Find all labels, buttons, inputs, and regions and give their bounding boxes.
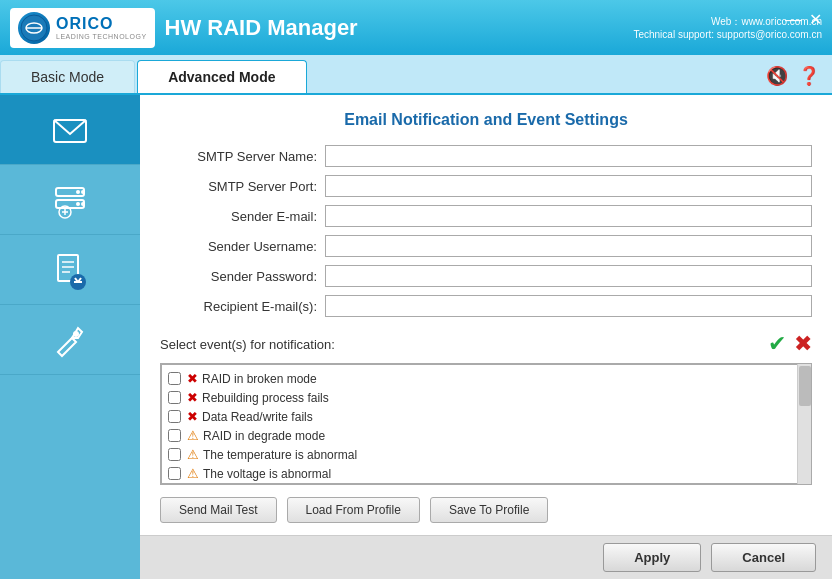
event-label-3: Data Read/write fails: [202, 410, 313, 424]
event-label-1: RAID in broken mode: [202, 372, 317, 386]
list-item: ✖ Data Read/write fails: [168, 407, 792, 426]
form-row-smtp-server-name: SMTP Server Name:: [160, 145, 812, 167]
svg-point-19: [73, 331, 79, 337]
event-checkbox-5[interactable]: [168, 448, 181, 461]
form-row-sender-email: Sender E-mail:: [160, 205, 812, 227]
svg-point-6: [76, 190, 80, 194]
help-icon[interactable]: ❓: [798, 65, 820, 87]
deselect-all-button[interactable]: ✖: [794, 331, 812, 357]
sender-username-input[interactable]: [325, 235, 812, 257]
sidebar-item-report[interactable]: [0, 235, 140, 305]
titlebar-left: ORICO LEADING TECHNOLOGY HW RAID Manager: [10, 8, 358, 48]
close-button[interactable]: ✕: [809, 10, 822, 29]
apply-button[interactable]: Apply: [603, 543, 701, 572]
events-section: Select event(s) for notification: ✔ ✖ ✖ …: [160, 331, 812, 485]
error-icon-2: ✖: [187, 390, 198, 405]
form-row-smtp-server-port: SMTP Server Port:: [160, 175, 812, 197]
svg-point-7: [76, 202, 80, 206]
event-label-6: The voltage is abnormal: [203, 467, 331, 481]
event-checkbox-6[interactable]: [168, 467, 181, 480]
event-label-2: Rebuilding process fails: [202, 391, 329, 405]
scrollbar-thumb: [799, 366, 811, 406]
sidebar-item-raid[interactable]: [0, 165, 140, 235]
sender-password-label: Sender Password:: [160, 269, 325, 284]
tab-basic-mode[interactable]: Basic Mode: [0, 60, 135, 93]
events-scrollbar[interactable]: [797, 364, 811, 484]
support-email: Technical support: supports@orico.com.cn: [633, 29, 822, 40]
svg-point-9: [81, 202, 85, 206]
svg-point-8: [81, 190, 85, 194]
events-actions: ✔ ✖: [768, 331, 812, 357]
form-row-sender-username: Sender Username:: [160, 235, 812, 257]
sender-email-input[interactable]: [325, 205, 812, 227]
recipient-email-input[interactable]: [325, 295, 812, 317]
events-header: Select event(s) for notification: ✔ ✖: [160, 331, 812, 357]
form-row-recipient-email: Recipient E-mail(s):: [160, 295, 812, 317]
sidebar-item-tools[interactable]: [0, 305, 140, 375]
smtp-server-port-input[interactable]: [325, 175, 812, 197]
form-row-sender-password: Sender Password:: [160, 265, 812, 287]
send-mail-test-button[interactable]: Send Mail Test: [160, 497, 277, 523]
warn-icon-4: ⚠: [187, 428, 199, 443]
recipient-email-label: Recipient E-mail(s):: [160, 299, 325, 314]
events-label: Select event(s) for notification:: [160, 337, 335, 352]
logo-text: ORICO LEADING TECHNOLOGY: [56, 15, 147, 40]
tab-icons: 🔇 ❓: [766, 65, 832, 93]
minimize-button[interactable]: —: [785, 10, 801, 29]
list-item: ⚠ RAID in degrade mode: [168, 426, 792, 445]
smtp-server-name-input[interactable]: [325, 145, 812, 167]
main-layout: Email Notification and Event Settings SM…: [0, 95, 832, 579]
list-item: ⚠ The temperature is abnormal: [168, 445, 792, 464]
logo-orico: ORICO: [56, 15, 147, 33]
mute-icon[interactable]: 🔇: [766, 65, 788, 87]
list-item: ⚠ The voltage is abnormal: [168, 464, 792, 483]
error-icon-1: ✖: [187, 371, 198, 386]
email-icon: [50, 110, 90, 150]
list-item: ✖ Rebuilding process fails: [168, 388, 792, 407]
event-checkbox-1[interactable]: [168, 372, 181, 385]
section-title: Email Notification and Event Settings: [160, 111, 812, 129]
load-from-profile-button[interactable]: Load From Profile: [287, 497, 420, 523]
sender-password-input[interactable]: [325, 265, 812, 287]
mode-tabs: Basic Mode Advanced Mode 🔇 ❓: [0, 55, 832, 95]
sidebar-item-email[interactable]: [0, 95, 140, 165]
events-list: ✖ RAID in broken mode ✖ Rebuilding proce…: [161, 364, 811, 484]
action-buttons: Send Mail Test Load From Profile Save To…: [160, 497, 812, 523]
sidebar: [0, 95, 140, 579]
logo-circle: [18, 12, 50, 44]
save-to-profile-button[interactable]: Save To Profile: [430, 497, 549, 523]
event-label-4: RAID in degrade mode: [203, 429, 325, 443]
tools-icon: [50, 320, 90, 360]
win-controls[interactable]: — ✕: [785, 10, 822, 29]
logo-sub: LEADING TECHNOLOGY: [56, 33, 147, 40]
event-checkbox-4[interactable]: [168, 429, 181, 442]
sender-email-label: Sender E-mail:: [160, 209, 325, 224]
event-checkbox-3[interactable]: [168, 410, 181, 423]
logo-box: ORICO LEADING TECHNOLOGY: [10, 8, 155, 48]
list-item: ✖ RAID in broken mode: [168, 369, 792, 388]
smtp-server-port-label: SMTP Server Port:: [160, 179, 325, 194]
list-item: ⚠ The fan speed is abnormal: [168, 483, 792, 484]
cancel-button[interactable]: Cancel: [711, 543, 816, 572]
content-area: Email Notification and Event Settings SM…: [140, 95, 832, 579]
warn-icon-6: ⚠: [187, 466, 199, 481]
footer: Apply Cancel: [140, 535, 832, 579]
warn-icon-5: ⚠: [187, 447, 199, 462]
sender-username-label: Sender Username:: [160, 239, 325, 254]
report-icon: [50, 250, 90, 290]
smtp-server-name-label: SMTP Server Name:: [160, 149, 325, 164]
select-all-button[interactable]: ✔: [768, 331, 786, 357]
raid-icon: [50, 180, 90, 220]
events-list-container: ✖ RAID in broken mode ✖ Rebuilding proce…: [160, 363, 812, 485]
titlebar: ORICO LEADING TECHNOLOGY HW RAID Manager…: [0, 0, 832, 55]
error-icon-3: ✖: [187, 409, 198, 424]
event-label-5: The temperature is abnormal: [203, 448, 357, 462]
tab-advanced-mode[interactable]: Advanced Mode: [137, 60, 306, 93]
app-title: HW RAID Manager: [165, 15, 358, 41]
event-checkbox-2[interactable]: [168, 391, 181, 404]
